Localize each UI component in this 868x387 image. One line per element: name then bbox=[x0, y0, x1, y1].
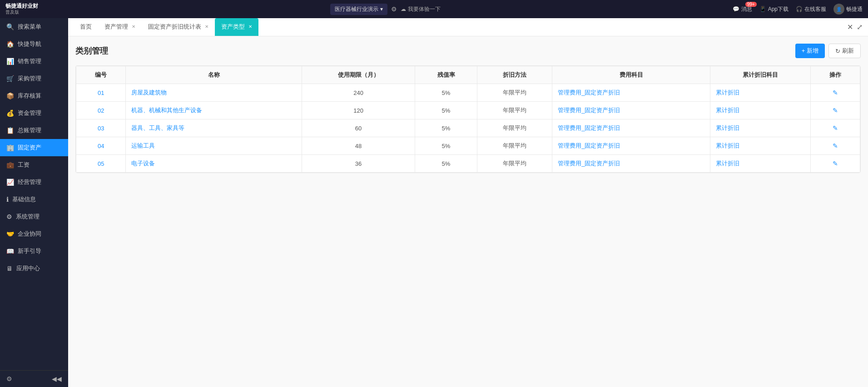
sidebar-item-search[interactable]: 🔍 搜索菜单 bbox=[0, 18, 68, 35]
page-content: 类别管理 + 新增 ↻ 刷新 编号 名称 使用期限（月） bbox=[68, 36, 868, 387]
cell-method: 年限平均 bbox=[477, 155, 552, 173]
close-tab-icon[interactable]: ✕ bbox=[847, 23, 853, 31]
building-icon: 🏢 bbox=[6, 144, 14, 151]
sidebar-item-label: 工资 bbox=[18, 161, 30, 169]
user-action[interactable]: 👤 畅捷通 bbox=[833, 4, 863, 15]
company-selector[interactable]: 医疗器械行业演示 ▾ bbox=[330, 4, 387, 15]
edit-icon[interactable]: ✎ bbox=[833, 89, 838, 96]
tab-home[interactable]: 首页 bbox=[74, 18, 98, 36]
cell-code: 04 bbox=[76, 137, 126, 155]
sidebar: 🔍 搜索菜单 🏠 快捷导航 📊 销售管理 🛒 采购管理 📦 库存核算 💰 bbox=[0, 18, 68, 387]
cell-accumulated: 累计折旧 bbox=[710, 155, 810, 173]
cell-name: 运输工具 bbox=[126, 137, 302, 155]
table-row: 04 运输工具 48 5% 年限平均 管理费用_固定资产折旧 累计折旧 ✎ bbox=[76, 137, 860, 155]
header-mid: 医疗器械行业演示 ▾ ⚙ ☁ 我要体验一下 bbox=[330, 4, 441, 15]
cell-action: ✎ bbox=[810, 119, 860, 137]
handshake-icon: 🤝 bbox=[6, 230, 14, 238]
sidebar-item-app-center[interactable]: 🖥 应用中心 bbox=[0, 260, 68, 277]
sidebar-item-label: 资金管理 bbox=[18, 109, 41, 117]
col-name: 名称 bbox=[126, 66, 302, 84]
cell-accumulated: 累计折旧 bbox=[710, 137, 810, 155]
main-layout: 🔍 搜索菜单 🏠 快捷导航 📊 销售管理 🛒 采购管理 📦 库存核算 💰 bbox=[0, 18, 868, 387]
brand-logo: 畅捷通好业财 普及版 bbox=[5, 3, 38, 15]
sidebar-item-guide[interactable]: 📖 新手引导 bbox=[0, 243, 68, 260]
sidebar-item-payroll[interactable]: 💼 工资 bbox=[0, 156, 68, 174]
brand-section: 畅捷通好业财 普及版 bbox=[5, 3, 38, 15]
home-icon: 🏠 bbox=[6, 40, 14, 48]
table-row: 05 电子设备 36 5% 年限平均 管理费用_固定资产折旧 累计折旧 ✎ bbox=[76, 155, 860, 173]
sidebar-item-basic-info[interactable]: ℹ 基础信息 bbox=[0, 191, 68, 208]
sidebar-item-label: 基础信息 bbox=[12, 195, 36, 203]
table-row: 02 机器、机械和其他生产设备 120 5% 年限平均 管理费用_固定资产折旧 … bbox=[76, 102, 860, 119]
cell-months: 36 bbox=[302, 155, 415, 173]
page-title: 类别管理 bbox=[75, 45, 108, 56]
sidebar-item-label: 搜索菜单 bbox=[18, 23, 41, 31]
tab-depreciation-table[interactable]: 固定资产折旧统计表 ✕ bbox=[142, 18, 215, 36]
header-settings-icon[interactable]: ⚙ bbox=[391, 5, 397, 13]
cell-residual: 5% bbox=[415, 155, 477, 173]
cell-name: 电子设备 bbox=[126, 155, 302, 173]
desktop-icon: 🖥 bbox=[6, 265, 13, 272]
edit-icon[interactable]: ✎ bbox=[833, 142, 838, 149]
cell-action: ✎ bbox=[810, 137, 860, 155]
cell-accumulated: 累计折旧 bbox=[710, 84, 810, 102]
tab-asset-type[interactable]: 资产类型 ✕ bbox=[215, 18, 258, 36]
sidebar-item-cooperation[interactable]: 🤝 企业协同 bbox=[0, 225, 68, 243]
gear-icon: ⚙ bbox=[6, 213, 12, 220]
cell-action: ✎ bbox=[810, 84, 860, 102]
message-action[interactable]: 💬 消息 99+ bbox=[733, 5, 752, 13]
edit-icon[interactable]: ✎ bbox=[833, 160, 838, 167]
customer-service-action[interactable]: 🎧 在线客服 bbox=[796, 5, 826, 13]
experience-button[interactable]: ☁ 我要体验一下 bbox=[401, 5, 441, 13]
sidebar-item-operations[interactable]: 📈 经营管理 bbox=[0, 174, 68, 191]
message-icon: 💬 bbox=[733, 6, 739, 12]
money-icon: 💰 bbox=[6, 109, 14, 117]
sidebar-item-label: 快捷导航 bbox=[18, 40, 41, 48]
trend-icon: 📈 bbox=[6, 179, 14, 186]
sidebar-item-system[interactable]: ⚙ 系统管理 bbox=[0, 208, 68, 225]
tab-asset-management[interactable]: 资产管理 ✕ bbox=[98, 18, 142, 36]
sidebar-item-inventory[interactable]: 📦 库存核算 bbox=[0, 87, 68, 104]
sidebar-item-fixed-assets[interactable]: 🏢 固定资产 bbox=[0, 139, 68, 156]
cell-expense: 管理费用_固定资产折旧 bbox=[552, 155, 710, 173]
ledger-icon: 📋 bbox=[6, 127, 14, 134]
cell-residual: 5% bbox=[415, 84, 477, 102]
footer-settings-icon[interactable]: ⚙ bbox=[6, 375, 12, 382]
tabs-list: 首页 资产管理 ✕ 固定资产折旧统计表 ✕ 资产类型 ✕ bbox=[74, 18, 258, 36]
chevron-down-icon: ▾ bbox=[380, 6, 383, 12]
tab-close-asset-management[interactable]: ✕ bbox=[132, 24, 135, 29]
sidebar-item-quicknav[interactable]: 🏠 快捷导航 bbox=[0, 35, 68, 53]
cell-months: 48 bbox=[302, 137, 415, 155]
maximize-icon[interactable]: ⤢ bbox=[857, 23, 863, 31]
sidebar-item-sales[interactable]: 📊 销售管理 bbox=[0, 53, 68, 70]
app-download-action[interactable]: 📱 App下载 bbox=[759, 5, 789, 13]
sidebar-item-purchase[interactable]: 🛒 采购管理 bbox=[0, 70, 68, 87]
cell-code: 05 bbox=[76, 155, 126, 173]
top-header: 畅捷通好业财 普及版 医疗器械行业演示 ▾ ⚙ ☁ 我要体验一下 💬 消息 99… bbox=[0, 0, 868, 18]
sidebar-item-label: 新手引导 bbox=[18, 247, 41, 255]
content-area: 首页 资产管理 ✕ 固定资产折旧统计表 ✕ 资产类型 ✕ ✕ ⤢ bbox=[68, 18, 868, 387]
cell-action: ✎ bbox=[810, 155, 860, 173]
cell-months: 60 bbox=[302, 119, 415, 137]
cell-accumulated: 累计折旧 bbox=[710, 119, 810, 137]
edit-icon[interactable]: ✎ bbox=[833, 107, 838, 114]
tab-close-asset-type[interactable]: ✕ bbox=[248, 24, 252, 29]
cloud-icon: ☁ bbox=[401, 6, 406, 12]
cell-name: 机器、机械和其他生产设备 bbox=[126, 102, 302, 119]
new-button[interactable]: + 新增 bbox=[795, 44, 825, 58]
edit-icon[interactable]: ✎ bbox=[833, 124, 838, 132]
col-method: 折旧方法 bbox=[477, 66, 552, 84]
table-row: 01 房屋及建筑物 240 5% 年限平均 管理费用_固定资产折旧 累计折旧 ✎ bbox=[76, 84, 860, 102]
sidebar-item-label: 库存核算 bbox=[18, 92, 41, 100]
sidebar-item-finance[interactable]: 💰 资金管理 bbox=[0, 104, 68, 122]
col-code: 编号 bbox=[76, 66, 126, 84]
sidebar-item-ledger[interactable]: 📋 总账管理 bbox=[0, 122, 68, 139]
info-icon: ℹ bbox=[6, 196, 9, 203]
tab-close-depreciation-table[interactable]: ✕ bbox=[205, 24, 208, 29]
refresh-button[interactable]: ↻ 刷新 bbox=[828, 44, 861, 58]
sidebar-collapse-icon[interactable]: ◀◀ bbox=[52, 375, 62, 382]
sidebar-item-label: 采购管理 bbox=[18, 74, 41, 83]
category-table: 编号 名称 使用期限（月） 残值率 折旧方法 费用科目 累计折旧科目 操作 01… bbox=[75, 65, 861, 173]
cell-expense: 管理费用_固定资产折旧 bbox=[552, 84, 710, 102]
col-action: 操作 bbox=[810, 66, 860, 84]
